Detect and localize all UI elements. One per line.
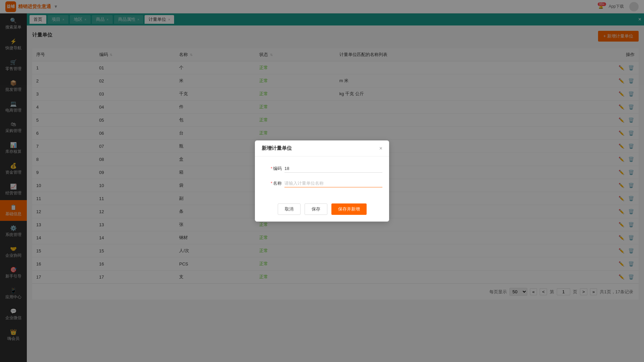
modal-body: *编码 *名称 [255, 157, 389, 199]
modal-overlay[interactable]: 新增计量单位 × *编码 *名称 取消 保存 保存并新增 [0, 0, 644, 362]
code-input[interactable] [284, 165, 382, 173]
cancel-button[interactable]: 取消 [278, 203, 301, 215]
save-button[interactable]: 保存 [305, 203, 327, 215]
save-and-new-button[interactable]: 保存并新增 [331, 203, 367, 215]
modal-close-button[interactable]: × [379, 145, 382, 152]
required-mark: * [271, 166, 272, 171]
code-label: *编码 [262, 166, 282, 172]
modal-header: 新增计量单位 × [255, 140, 389, 157]
add-unit-modal: 新增计量单位 × *编码 *名称 取消 保存 保存并新增 [255, 140, 389, 222]
required-mark: * [271, 181, 272, 186]
form-row-code: *编码 [262, 165, 382, 173]
form-row-name: *名称 [262, 179, 382, 187]
modal-title: 新增计量单位 [262, 145, 292, 152]
name-input[interactable] [284, 179, 382, 187]
modal-footer: 取消 保存 保存并新增 [255, 199, 389, 222]
name-label: *名称 [262, 180, 282, 186]
